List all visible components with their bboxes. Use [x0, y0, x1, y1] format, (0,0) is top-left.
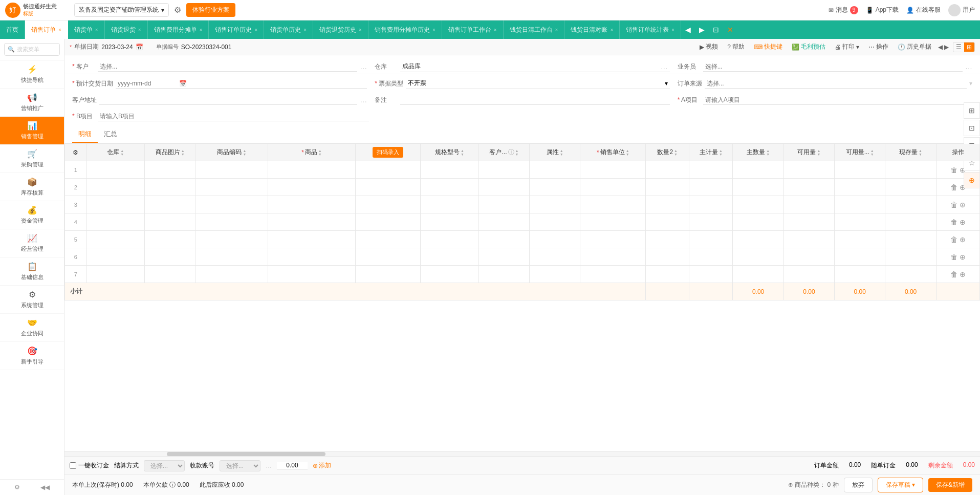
- ticket-type-selector[interactable]: 不开票 ▾: [406, 78, 669, 89]
- tab-return-history[interactable]: 销货退货历史 ×: [313, 20, 368, 39]
- row-delete-btn[interactable]: 🗑: [950, 218, 957, 226]
- row-copy-btn[interactable]: ⊕: [960, 218, 966, 226]
- sidebar-item-system[interactable]: ⚙ 系统管理: [0, 286, 64, 314]
- sidebar-collapse-icon[interactable]: ◀◀: [40, 484, 50, 491]
- history-btn[interactable]: 🕐 历史单据: [895, 41, 934, 52]
- sidebar-settings-icon[interactable]: ⚙: [14, 484, 20, 491]
- row-delete-btn[interactable]: 🗑: [950, 253, 957, 261]
- tab-close-icon[interactable]: ×: [432, 27, 435, 33]
- scan-entry-btn[interactable]: 扫码录入: [373, 147, 403, 158]
- user-menu[interactable]: 用户: [948, 4, 975, 16]
- delivery-date-text[interactable]: [118, 80, 179, 87]
- tab-sales-goods[interactable]: 销货单 ×: [68, 20, 105, 39]
- tab-close-all-button[interactable]: ✕: [723, 20, 737, 39]
- solution-button[interactable]: 体验行业方案: [186, 3, 235, 17]
- app-selector[interactable]: 装备及固定资产辅助管理系统 ▾: [74, 3, 169, 17]
- tab-summary[interactable]: 汇总: [98, 126, 123, 143]
- sidebar-item-quick-nav[interactable]: ⚡ 快捷导航: [0, 60, 64, 89]
- row-copy-btn[interactable]: ⊕: [960, 270, 966, 278]
- staff-input[interactable]: [703, 62, 963, 72]
- row-delete-btn[interactable]: 🗑: [950, 166, 957, 174]
- right-icon-5-orange[interactable]: ⊕: [964, 172, 980, 188]
- warehouse-expand-icon[interactable]: …: [661, 62, 668, 71]
- payment-method-select[interactable]: 选择...: [144, 460, 185, 471]
- col-code[interactable]: 商品编码▲▼: [195, 144, 268, 161]
- tab-sales-return[interactable]: 销货退货 ×: [105, 20, 148, 39]
- tab-goods-history[interactable]: 销货单历史 ×: [264, 20, 313, 39]
- sidebar-item-enterprise[interactable]: 🤝 企业协同: [0, 314, 64, 342]
- sidebar-item-finance[interactable]: 💰 资金管理: [0, 201, 64, 229]
- col-goods[interactable]: *商品▲▼: [268, 144, 355, 161]
- tab-cashflow-reconcile[interactable]: 钱货日清对账 ×: [564, 20, 620, 39]
- tab-close-icon[interactable]: ×: [95, 27, 98, 33]
- right-icon-1[interactable]: ⊞: [964, 102, 980, 119]
- add-payment-btn[interactable]: ⊕ 添加: [313, 461, 331, 470]
- tab-sales-order-history[interactable]: 销售订单历史 ×: [209, 20, 264, 39]
- sidebar-search-area[interactable]: 🔍 搜索菜单: [0, 39, 64, 60]
- right-icon-2[interactable]: ⊡: [964, 120, 980, 136]
- tab-close-icon[interactable]: ×: [610, 27, 613, 33]
- tab-close-icon[interactable]: ×: [359, 27, 362, 33]
- help-btn[interactable]: ? 帮助: [725, 41, 747, 52]
- address-input[interactable]: [99, 95, 357, 105]
- settings-icon-btn[interactable]: ⚙: [174, 5, 181, 15]
- row-delete-btn[interactable]: 🗑: [950, 235, 957, 244]
- sidebar-item-basic-info[interactable]: 📋 基础信息: [0, 257, 64, 286]
- row-delete-btn[interactable]: 🗑: [950, 201, 957, 209]
- tab-close-icon[interactable]: ×: [494, 27, 497, 33]
- b-project-input[interactable]: [98, 112, 369, 121]
- col-main-unit[interactable]: 主计量▲▼: [689, 144, 733, 161]
- grid-view-btn[interactable]: ⊞: [964, 42, 974, 52]
- col-main-qty[interactable]: 主数量▲▼: [733, 144, 783, 161]
- col-scan[interactable]: 扫码录入: [355, 144, 421, 161]
- row-copy-btn[interactable]: ⊕: [960, 201, 966, 209]
- col-stock[interactable]: 现存量▲▼: [885, 144, 936, 161]
- one-click-checkbox[interactable]: [70, 462, 76, 469]
- calendar-icon[interactable]: 📅: [179, 80, 187, 87]
- message-button[interactable]: ✉ 消息 9: [829, 6, 858, 14]
- delivery-date-input[interactable]: 📅: [116, 79, 367, 89]
- sidebar-item-operations[interactable]: 📈 经营管理: [0, 229, 64, 257]
- print-btn[interactable]: 🖨 打印 ▾: [832, 41, 862, 52]
- tab-close-icon[interactable]: ×: [254, 27, 257, 33]
- tab-sales-fee[interactable]: 销售费用分摊单 ×: [148, 20, 209, 39]
- sidebar-item-purchase[interactable]: 🛒 采购管理: [0, 145, 64, 173]
- scrollbar-thumb[interactable]: [167, 452, 325, 456]
- col-qty2[interactable]: 数量2▲▼: [646, 144, 689, 161]
- prev-record-btn[interactable]: ◀: [938, 44, 943, 51]
- tab-home[interactable]: 首页: [0, 20, 25, 39]
- tab-fee-history[interactable]: 销售费用分摊单历史 ×: [368, 20, 442, 39]
- tab-menu-button[interactable]: ⊡: [709, 20, 723, 39]
- table-scrollbar[interactable]: [64, 451, 980, 456]
- calendar-icon[interactable]: 📅: [136, 44, 143, 51]
- search-menu-input[interactable]: 🔍 搜索菜单: [4, 43, 60, 56]
- warehouse-selector[interactable]: 成品库 …: [400, 61, 669, 72]
- app-download-button[interactable]: 📱 App下载: [866, 6, 899, 14]
- tab-close-icon[interactable]: ×: [200, 27, 203, 33]
- sidebar-item-inventory[interactable]: 📦 库存核算: [0, 173, 64, 201]
- tab-close-icon[interactable]: ×: [138, 27, 141, 33]
- tab-close-icon[interactable]: ×: [555, 27, 558, 33]
- col-warehouse[interactable]: 仓库▲▼: [86, 144, 145, 161]
- list-view-btn[interactable]: ☰: [953, 42, 964, 52]
- next-record-btn[interactable]: ▶: [944, 44, 949, 51]
- col-settings[interactable]: ⚙: [65, 144, 87, 161]
- address-expand-icon[interactable]: …: [360, 96, 367, 104]
- col-spec[interactable]: 规格型号▲▼: [421, 144, 479, 161]
- tab-sales-order[interactable]: 销售订单 ×: [25, 20, 68, 39]
- col-attr[interactable]: 属性▲▼: [530, 144, 580, 161]
- order-source-input[interactable]: [705, 79, 967, 89]
- sidebar-item-guide[interactable]: 🎯 新手引导: [0, 342, 64, 370]
- one-click-deposit[interactable]: 一键收订金: [70, 461, 109, 470]
- tab-cashflow-workbench[interactable]: 钱货日清工作台 ×: [504, 20, 565, 39]
- col-unit[interactable]: *销售单位▲▼: [580, 144, 646, 161]
- discard-button[interactable]: 放弃: [844, 478, 873, 492]
- row-delete-btn[interactable]: 🗑: [950, 183, 957, 191]
- operation-btn[interactable]: ⋯ 操作: [866, 41, 891, 52]
- tab-prev-button[interactable]: ◀: [681, 20, 695, 39]
- sidebar-item-sales[interactable]: 📊 销售管理: [0, 117, 64, 145]
- remark-input[interactable]: [400, 95, 669, 105]
- shortcut-btn[interactable]: ⌨ 快捷键: [751, 41, 785, 52]
- tab-close-icon[interactable]: ×: [58, 27, 61, 33]
- deposit-amount-input[interactable]: [277, 462, 308, 469]
